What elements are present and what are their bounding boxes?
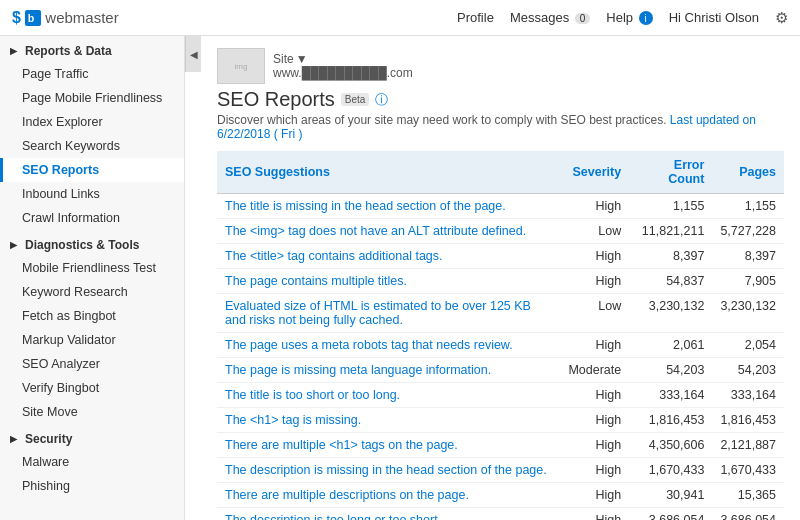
chevron-down-icon: ▶	[10, 46, 17, 56]
table-row: The page contains multiple titles.High54…	[217, 269, 784, 294]
suggestion-cell[interactable]: The <h1> tag is missing.	[217, 408, 560, 433]
sidebar-collapse-arrow[interactable]: ◀	[185, 36, 201, 72]
error-count-cell: 1,155	[629, 194, 712, 219]
table-header-row: SEO Suggestions Severity Error Count Pag…	[217, 151, 784, 194]
body: ▶ Reports & Data Page Traffic Page Mobil…	[0, 36, 800, 520]
site-label: Site ▼	[273, 52, 413, 66]
header-nav: Profile Messages 0 Help i Hi Christi Ols…	[457, 9, 788, 27]
error-count-cell: 30,941	[629, 483, 712, 508]
suggestion-cell[interactable]: The page is missing meta language inform…	[217, 358, 560, 383]
messages-nav[interactable]: Messages 0	[510, 10, 590, 25]
pages-cell: 3,686,054	[712, 508, 784, 521]
pages-cell: 2,121,887	[712, 433, 784, 458]
sidebar-item-page-traffic[interactable]: Page Traffic	[0, 62, 184, 86]
sidebar-item-verify-bingbot[interactable]: Verify Bingbot	[0, 376, 184, 400]
sidebar-item-seo-reports[interactable]: SEO Reports	[0, 158, 184, 182]
sidebar-item-page-mobile[interactable]: Page Mobile Friendliness	[0, 86, 184, 110]
product-name: webmaster	[45, 9, 118, 26]
error-count-cell: 2,061	[629, 333, 712, 358]
table-row: The description is missing in the head s…	[217, 458, 784, 483]
suggestion-cell[interactable]: The <title> tag contains additional tags…	[217, 244, 560, 269]
pages-cell: 1,670,433	[712, 458, 784, 483]
page-title: SEO Reports	[217, 88, 335, 111]
table-row: The page is missing meta language inform…	[217, 358, 784, 383]
error-count-cell: 8,397	[629, 244, 712, 269]
pages-cell: 1,816,453	[712, 408, 784, 433]
logo: $ b webmaster	[12, 9, 119, 27]
page-title-row: SEO Reports Beta ⓘ	[217, 88, 784, 111]
seo-table: SEO Suggestions Severity Error Count Pag…	[217, 151, 784, 520]
bing-icon: $ b	[12, 9, 41, 27]
suggestion-cell[interactable]: The description is missing in the head s…	[217, 458, 560, 483]
table-row: There are multiple descriptions on the p…	[217, 483, 784, 508]
site-header: img Site ▼ www.██████████.com	[217, 48, 784, 84]
site-info: Site ▼ www.██████████.com	[273, 52, 413, 80]
error-count-cell: 4,350,606	[629, 433, 712, 458]
help-nav[interactable]: Help i	[606, 10, 652, 26]
pages-cell: 1,155	[712, 194, 784, 219]
severity-cell: High	[560, 194, 629, 219]
pages-cell: 3,230,132	[712, 294, 784, 333]
severity-cell: High	[560, 333, 629, 358]
sidebar-item-mobile-friendliness[interactable]: Mobile Friendliness Test	[0, 256, 184, 280]
chevron-down-icon-sec: ▶	[10, 434, 17, 444]
messages-badge: 0	[575, 13, 591, 24]
severity-cell: Low	[560, 219, 629, 244]
suggestion-cell[interactable]: The description is too long or too short…	[217, 508, 560, 521]
sidebar-item-phishing[interactable]: Phishing	[0, 474, 184, 498]
dropdown-icon[interactable]: ▼	[296, 52, 308, 66]
sidebar-item-inbound-links[interactable]: Inbound Links	[0, 182, 184, 206]
sidebar-item-malware[interactable]: Malware	[0, 450, 184, 474]
suggestion-cell[interactable]: Evaluated size of HTML is estimated to b…	[217, 294, 560, 333]
suggestion-cell[interactable]: The <img> tag does not have an ALT attri…	[217, 219, 560, 244]
sidebar-item-crawl-information[interactable]: Crawl Information	[0, 206, 184, 230]
table-row: The page uses a meta robots tag that nee…	[217, 333, 784, 358]
sidebar-section-diagnostics[interactable]: ▶ Diagnostics & Tools	[0, 230, 184, 256]
sidebar-section-security[interactable]: ▶ Security	[0, 424, 184, 450]
sidebar-section-diagnostics-label: Diagnostics & Tools	[25, 238, 139, 252]
severity-cell: High	[560, 408, 629, 433]
site-thumbnail: img	[217, 48, 265, 84]
col-error-count: Error Count	[629, 151, 712, 194]
severity-cell: High	[560, 483, 629, 508]
error-count-cell: 1,670,433	[629, 458, 712, 483]
severity-cell: Moderate	[560, 358, 629, 383]
user-greeting[interactable]: Hi Christi Olson	[669, 10, 759, 25]
sidebar-item-site-move[interactable]: Site Move	[0, 400, 184, 424]
error-count-cell: 3,230,132	[629, 294, 712, 333]
suggestion-cell[interactable]: The title is too short or too long.	[217, 383, 560, 408]
beta-badge: Beta	[341, 93, 370, 106]
sidebar-section-reports-data[interactable]: ▶ Reports & Data	[0, 36, 184, 62]
sidebar-item-fetch-bingbot[interactable]: Fetch as Bingbot	[0, 304, 184, 328]
error-count-cell: 54,837	[629, 269, 712, 294]
table-row: The description is too long or too short…	[217, 508, 784, 521]
profile-nav[interactable]: Profile	[457, 10, 494, 25]
site-url: www.██████████.com	[273, 66, 413, 80]
sidebar-item-index-explorer[interactable]: Index Explorer	[0, 110, 184, 134]
suggestion-cell[interactable]: The page uses a meta robots tag that nee…	[217, 333, 560, 358]
table-row: The <img> tag does not have an ALT attri…	[217, 219, 784, 244]
col-severity: Severity	[560, 151, 629, 194]
col-suggestion: SEO Suggestions	[217, 151, 560, 194]
pages-cell: 5,727,228	[712, 219, 784, 244]
gear-icon[interactable]: ⚙	[775, 9, 788, 27]
severity-cell: High	[560, 458, 629, 483]
sidebar-section-reports-data-label: Reports & Data	[25, 44, 112, 58]
sidebar-item-search-keywords[interactable]: Search Keywords	[0, 134, 184, 158]
suggestion-cell[interactable]: The title is missing in the head section…	[217, 194, 560, 219]
pages-cell: 7,905	[712, 269, 784, 294]
header: $ b webmaster Profile Messages 0 Help i …	[0, 0, 800, 36]
suggestion-cell[interactable]: The page contains multiple titles.	[217, 269, 560, 294]
table-row: The <h1> tag is missing.High1,816,4531,8…	[217, 408, 784, 433]
severity-cell: High	[560, 244, 629, 269]
suggestion-cell[interactable]: There are multiple descriptions on the p…	[217, 483, 560, 508]
severity-cell: High	[560, 433, 629, 458]
sidebar-item-markup-validator[interactable]: Markup Validator	[0, 328, 184, 352]
severity-cell: High	[560, 383, 629, 408]
info-icon[interactable]: ⓘ	[375, 91, 388, 109]
error-count-cell: 3,686,054	[629, 508, 712, 521]
suggestion-cell[interactable]: There are multiple <h1> tags on the page…	[217, 433, 560, 458]
sidebar-item-keyword-research[interactable]: Keyword Research	[0, 280, 184, 304]
severity-cell: High	[560, 508, 629, 521]
sidebar-item-seo-analyzer[interactable]: SEO Analyzer	[0, 352, 184, 376]
